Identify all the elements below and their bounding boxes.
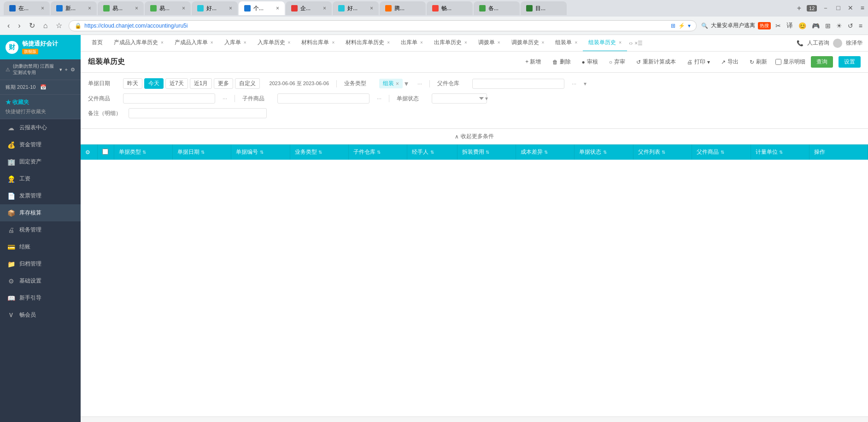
tab-close-prod-in-hist[interactable]: × xyxy=(161,40,164,45)
tab-close-4[interactable]: × xyxy=(182,5,185,12)
browser-tab-9[interactable]: 腾... xyxy=(380,1,426,15)
tab-close-material-out-hist[interactable]: × xyxy=(387,40,390,45)
sidebar-item-guide[interactable]: 📖 新手引导 xyxy=(0,289,81,306)
date-btn-custom[interactable]: 自定义 xyxy=(235,78,260,89)
calendar-icon[interactable]: 📅 xyxy=(40,84,47,90)
parent-warehouse-input[interactable] xyxy=(472,79,564,89)
sidebar-item-inventory[interactable]: 📦 库存核算 xyxy=(0,204,81,221)
home-button[interactable]: ⌂ xyxy=(41,20,50,32)
sort-bill-status-icon[interactable]: ⇅ xyxy=(603,150,607,155)
th-child-warehouse[interactable]: 子件仓库 ⇅ xyxy=(349,145,407,160)
tab-transfer[interactable]: 调拨单 × xyxy=(473,35,506,52)
translate-icon[interactable]: 译 xyxy=(786,22,793,30)
tab-assembly-history[interactable]: 组装单历史 × xyxy=(583,35,627,52)
parent-warehouse-more[interactable]: ··· xyxy=(572,81,576,87)
sort-cost-diff-icon[interactable]: ⇅ xyxy=(544,150,548,155)
account-settings-icon[interactable]: ⚙ xyxy=(70,67,75,73)
address-bar[interactable]: 🔒 https://cloud.chanjet.com/accounting/u… xyxy=(69,20,697,31)
tab-in-history[interactable]: 入库单历史 × xyxy=(252,35,296,52)
sidebar-item-payroll[interactable]: 👷 工资 xyxy=(0,170,81,187)
table-container[interactable]: ⚙ 单据类型 ⇅ 单据日期 ⇅ xyxy=(81,145,868,416)
tab-transfer-history[interactable]: 调拨单历史 × xyxy=(506,35,550,52)
lightning-icon[interactable]: ⚡ xyxy=(678,23,685,29)
th-checkbox[interactable] xyxy=(97,145,114,160)
favorites-sub[interactable]: 快捷键打开收藏夹 xyxy=(6,108,75,115)
sort-bill-date-icon[interactable]: ⇅ xyxy=(201,150,205,155)
expand-icon[interactable]: ▾ xyxy=(688,23,691,29)
business-type-dropdown[interactable]: ▾ xyxy=(405,79,408,88)
menu-icon[interactable]: ≡ xyxy=(859,22,862,29)
browser-tab-6[interactable]: 个... × xyxy=(239,1,285,15)
th-bill-type[interactable]: 单据类型 ⇅ xyxy=(114,145,172,160)
add-button[interactable]: + 新增 xyxy=(522,56,544,68)
new-tab-icon[interactable]: + xyxy=(797,4,801,12)
th-handler[interactable]: 经手人 ⇅ xyxy=(407,145,457,160)
browser-tab-11[interactable]: 各... xyxy=(474,1,520,15)
parent-warehouse-dropdown[interactable]: ▾ xyxy=(584,81,586,87)
tab-material-out-history[interactable]: 材料出库单历史 × xyxy=(340,35,395,52)
browser-tab-5[interactable]: 好... × xyxy=(192,1,238,15)
forward-button[interactable]: › xyxy=(16,20,22,32)
tab-close-3[interactable]: × xyxy=(135,5,138,12)
date-btn-today[interactable]: 今天 xyxy=(144,78,164,89)
tab-production-in-history[interactable]: 产成品入库单历史 × xyxy=(108,35,169,52)
grid-icon[interactable]: ⊞ xyxy=(825,22,831,29)
th-bill-status[interactable]: 单据状态 ⇅ xyxy=(575,145,633,160)
sort-disassemble-cost-icon[interactable]: ⇅ xyxy=(486,150,489,155)
tab-home[interactable]: 首页 xyxy=(86,35,108,52)
browser-tab-10[interactable]: 畅... xyxy=(427,1,473,15)
tab-close-1[interactable]: × xyxy=(41,5,44,12)
browser-tab-3[interactable]: 易... × xyxy=(98,1,144,15)
tab-material-out[interactable]: 材料出库单 × xyxy=(296,35,340,52)
sort-bill-type-icon[interactable]: ⇅ xyxy=(142,150,146,155)
sidebar-item-archive[interactable]: 📁 归档管理 xyxy=(0,255,81,272)
tab-close-out-hist[interactable]: × xyxy=(464,40,467,45)
query-button[interactable]: 查询 xyxy=(811,56,833,68)
parent-goods-input[interactable] xyxy=(123,93,215,104)
sort-parent-goods-icon[interactable]: ⇅ xyxy=(721,150,724,155)
business-type-dots[interactable]: ··· xyxy=(417,81,422,87)
note-input[interactable] xyxy=(129,108,267,118)
tab-in-order[interactable]: 入库单 × xyxy=(219,35,252,52)
sort-child-warehouse-icon[interactable]: ⇅ xyxy=(377,150,381,155)
abandon-button[interactable]: ○ 弃审 xyxy=(606,56,628,68)
browser-tab-7[interactable]: 企... × xyxy=(286,1,332,15)
recalculate-button[interactable]: ↺ 重新计算成本 xyxy=(633,56,679,68)
child-goods-more[interactable]: ··· xyxy=(377,95,381,102)
select-all-checkbox[interactable] xyxy=(102,149,108,155)
date-btn-yesterday[interactable]: 昨天 xyxy=(123,78,142,89)
bottom-scroll[interactable] xyxy=(81,416,868,422)
sidebar-item-cloud-report[interactable]: ☁ 云报表中心 xyxy=(0,119,81,136)
date-btn-1month[interactable]: 近1月 xyxy=(190,78,212,89)
tab-close-in-order[interactable]: × xyxy=(244,40,246,45)
sidebar-item-invoice[interactable]: 📄 发票管理 xyxy=(0,187,81,204)
undo-icon[interactable]: ↺ xyxy=(848,22,853,29)
close-window-icon[interactable]: ✕ xyxy=(848,4,853,12)
th-settings[interactable]: ⚙ xyxy=(81,145,97,160)
date-btn-7days[interactable]: 近7天 xyxy=(165,78,188,89)
browser-tab-8[interactable]: 好... × xyxy=(333,1,379,15)
game-icon[interactable]: 🎮 xyxy=(812,22,820,29)
print-dropdown-icon[interactable]: ▾ xyxy=(707,59,710,65)
bill-status-select[interactable] xyxy=(432,93,487,104)
browser-tab-12[interactable]: 目... xyxy=(521,1,567,15)
tab-close-transfer-hist[interactable]: × xyxy=(542,40,545,45)
th-parent-list[interactable]: 父件列表 ⇅ xyxy=(633,145,692,160)
tab-close-8[interactable]: × xyxy=(370,5,373,12)
sidebar-item-fund[interactable]: 💰 资金管理 xyxy=(0,136,81,153)
bookmark-button[interactable]: ☆ xyxy=(54,19,64,32)
sort-handler-icon[interactable]: ⇅ xyxy=(430,150,434,155)
tab-scroll-right[interactable]: › xyxy=(631,40,633,46)
sort-bill-no-icon[interactable]: ⇅ xyxy=(260,150,264,155)
scissors-icon[interactable]: ✂ xyxy=(775,22,781,29)
minimize-icon[interactable]: － xyxy=(822,4,829,12)
export-button[interactable]: ↗ 导出 xyxy=(718,56,741,68)
th-bill-no[interactable]: 单据编号 ⇅ xyxy=(231,145,290,160)
user-service-label[interactable]: 人工咨询 xyxy=(807,39,829,47)
child-goods-input[interactable] xyxy=(277,93,369,104)
tab-assembly[interactable]: 组装单 × xyxy=(550,35,583,52)
brightness-icon[interactable]: ☀ xyxy=(836,22,842,29)
show-detail-checkbox[interactable] xyxy=(775,59,781,65)
tab-close-7[interactable]: × xyxy=(323,5,326,12)
settings-icon[interactable]: ≡ xyxy=(861,4,864,12)
